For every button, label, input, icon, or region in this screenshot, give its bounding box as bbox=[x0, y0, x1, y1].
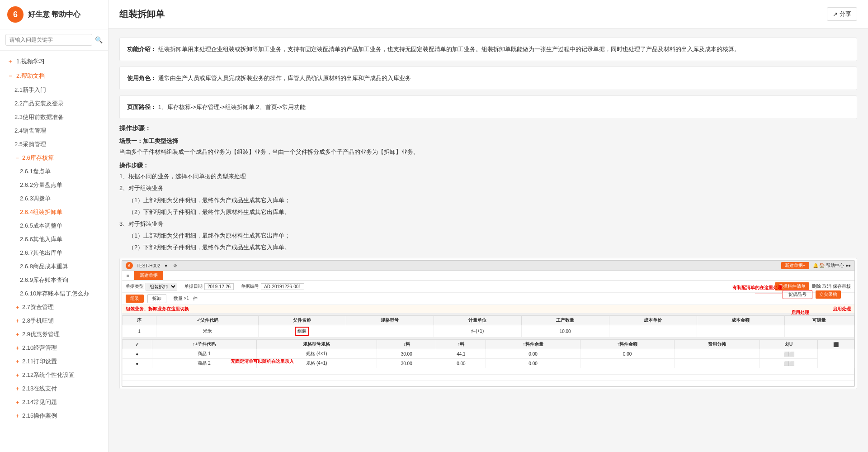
sidebar-item-label: 2.8手机旺铺 bbox=[22, 317, 54, 325]
step2-1: （1）上部明细为父件明细，最终作为产成品生成其它入库单； bbox=[128, 195, 857, 205]
ops-label: 操作步骤： bbox=[119, 124, 857, 133]
sidebar-item-stocktake[interactable]: 2.6.1盘点单 bbox=[0, 165, 108, 178]
sidebar-item-label: 2.帮助文档 bbox=[16, 72, 45, 80]
mock-enable-input: 货偶品号 bbox=[783, 290, 812, 299]
anno-switch: 组装业务、拆卸业务在这里切换 bbox=[126, 306, 189, 312]
mock-enable-btn[interactable]: 立实采购 bbox=[816, 290, 841, 299]
mock-lth-plan: ↑料件余量 bbox=[486, 340, 580, 349]
mock-td-1: 1 bbox=[123, 325, 156, 338]
mock-lr1c8 bbox=[675, 349, 760, 359]
sidebar-item-label: 1.视频学习 bbox=[16, 57, 45, 66]
sidebar-item-label: 2.2产品安装及登录 bbox=[14, 100, 64, 107]
sidebar-item-label: 2.6.3调拨单 bbox=[20, 195, 51, 202]
expand-icon-personalize: ＋ bbox=[14, 371, 20, 379]
sidebar-item-sales[interactable]: 2.4销售管理 bbox=[0, 124, 108, 138]
anno-bom: 有装配清单的在这里处理 bbox=[732, 285, 782, 291]
sidebar-item-coupon[interactable]: ＋ 2.9优惠券管理 bbox=[0, 328, 108, 341]
sidebar-item-label: 2.10经营管理 bbox=[22, 344, 57, 352]
sidebar-item-label: 2.14常见问题 bbox=[22, 398, 57, 406]
sidebar: 6 好生意 帮助中心 🔍 ＋ 1.视频学习 － 2.帮助文档 2.1新手入门 2… bbox=[0, 0, 108, 452]
sidebar-item-payment[interactable]: ＋ 2.13在线支付 bbox=[0, 382, 108, 395]
mock-lth-op: 划U bbox=[760, 340, 817, 349]
mock-lr2c4: 30.00 bbox=[377, 359, 436, 368]
sidebar-item-personalize[interactable]: ＋ 2.12系统个性化设置 bbox=[0, 368, 108, 382]
anno-enable-arrow: 启用处理 bbox=[791, 309, 809, 316]
sidebar-item-label: 2.6.5成本调整单 bbox=[20, 222, 62, 229]
mock-date-value: 2019-12-26 bbox=[204, 283, 234, 290]
step3-2: （2）下部明细为子件明细，最终作为产成品生成其它入库单。 bbox=[128, 243, 857, 252]
sidebar-item-dataprep[interactable]: 2.3使用前数据准备 bbox=[0, 110, 108, 124]
scene1-label: 场景一：加工类型选择 bbox=[119, 137, 857, 145]
sidebar-item-otherout[interactable]: 2.6.7其他出库单 bbox=[0, 246, 108, 260]
sidebar-item-finance[interactable]: ＋ 2.7资金管理 bbox=[0, 300, 108, 314]
sidebar-item-video[interactable]: ＋ 1.视频学习 bbox=[0, 54, 108, 69]
mock-td-3: 组装 bbox=[258, 325, 346, 338]
expand-icon-cases: ＋ bbox=[14, 412, 20, 420]
sidebar-item-inventory[interactable]: － 2.6库存核算 bbox=[0, 151, 108, 165]
steps-block: 操作步骤： 场景一：加工类型选择 当由多个子件材料组装成一个成品的业务为【组装】… bbox=[119, 124, 857, 252]
sidebar-item-print[interactable]: ＋ 2.11打印设置 bbox=[0, 355, 108, 368]
role-block: 使用角色： 通常由生产人员或库管人员完成拆装业务的操作，库管人员确认原材料的出库… bbox=[119, 67, 857, 90]
sidebar-item-mobile[interactable]: ＋ 2.8手机旺铺 bbox=[0, 314, 108, 328]
sidebar-item-assembly[interactable]: 2.6.4组装拆卸单 bbox=[0, 205, 108, 219]
mock-lr1c9: ⬜⬜ bbox=[760, 349, 817, 359]
sidebar-item-label: 2.5采购管理 bbox=[14, 141, 46, 147]
mock-lr1c3: 规格 (4×1) bbox=[256, 349, 377, 359]
sidebar-item-faq[interactable]: ＋ 2.14常见问题 bbox=[0, 395, 108, 409]
anno-no-bom: 无固定清单可以随机在这里录入 bbox=[231, 358, 294, 365]
mock-th-seq: 序 bbox=[123, 316, 156, 325]
mock-td-8 bbox=[697, 325, 784, 338]
sidebar-item-install[interactable]: 2.2产品安装及登录 bbox=[0, 97, 108, 110]
role-text: 通常由生产人员或库管人员完成拆装业务的操作，库管人员确认原材料的出库和产成品的入… bbox=[158, 75, 411, 81]
mock-lr1c5: 44.1 bbox=[436, 349, 486, 359]
sidebar-item-label: 2.6.4组装拆卸单 bbox=[20, 209, 62, 215]
func-intro-label: 功能介绍： bbox=[127, 46, 156, 52]
mock-doctype-select[interactable]: 组装拆卸 bbox=[146, 283, 177, 290]
mock-date-label: 单据日期 bbox=[184, 283, 203, 290]
search-input[interactable] bbox=[5, 34, 92, 46]
mock-doctype-label: 单据类型 bbox=[126, 283, 144, 290]
mock-disassemble-btn[interactable]: 拆卸 bbox=[147, 294, 166, 303]
sidebar-item-stockquery[interactable]: 2.6.9库存账本查询 bbox=[0, 273, 108, 287]
mock-lth-action: ⬛ bbox=[817, 340, 854, 349]
expand-icon-mobile: ＋ bbox=[14, 317, 20, 325]
sidebar-item-costadj[interactable]: 2.6.5成本调整单 bbox=[0, 219, 108, 233]
mock-lth-usable: 费用分摊 bbox=[675, 340, 760, 349]
sidebar-item-ops[interactable]: ＋ 2.10经营管理 bbox=[0, 341, 108, 355]
mock-th-sku: ✓父件代码 bbox=[156, 316, 259, 325]
expand-icon-faq: ＋ bbox=[14, 398, 20, 406]
logo-text: 好生意 帮助中心 bbox=[28, 10, 80, 19]
mock-th-qty: 计量单位 bbox=[434, 316, 521, 325]
sidebar-item-cases[interactable]: ＋ 2.15操作案例 bbox=[0, 409, 108, 423]
sidebar-item-partial[interactable]: 2.6.2分量盘点单 bbox=[0, 178, 108, 192]
search-button[interactable]: 🔍 bbox=[95, 36, 103, 43]
step1: 1、根据不同的业务，选择不同单据的类型来处理 bbox=[119, 171, 857, 181]
share-button[interactable]: ↗ 分享 bbox=[827, 7, 857, 21]
sidebar-item-label: 2.6.9库存账本查询 bbox=[20, 276, 68, 283]
search-area: 🔍 bbox=[0, 29, 108, 51]
mock-lr2c1: ● bbox=[123, 359, 152, 368]
screenshot-container: 6 TEST-H002 ▼ ⟳ 新建单据+ 🔔 🏠 帮助中心 ●● ≡ bbox=[119, 258, 857, 389]
expand-icon-ops: ＋ bbox=[14, 344, 20, 352]
role-label: 使用角色： bbox=[127, 75, 156, 81]
sidebar-item-label: 2.6.10库存账本错了怎么办 bbox=[20, 290, 89, 297]
collapse-sub-icon: － bbox=[14, 154, 20, 162]
mock-assemble-btn[interactable]: 组装 bbox=[126, 295, 144, 303]
sidebar-item-adjust[interactable]: 2.6.3调拨单 bbox=[0, 192, 108, 205]
logo-icon: 6 bbox=[7, 6, 24, 23]
mock-new-btn[interactable]: 新建单据+ bbox=[781, 262, 809, 269]
sidebar-item-otherin[interactable]: 2.6.6其他入库单 bbox=[0, 233, 108, 246]
expand-icon-finance: ＋ bbox=[14, 303, 20, 311]
mock-active-tab[interactable]: 新建单据 bbox=[134, 271, 163, 280]
sidebar-item-stockerror[interactable]: 2.6.10库存账本错了怎么办 bbox=[0, 287, 108, 300]
sidebar-item-costreset[interactable]: 2.6.8商品成本重算 bbox=[0, 260, 108, 273]
sidebar-item-label: 2.3使用前数据准备 bbox=[14, 114, 64, 120]
mock-lr1c7: 0.00 bbox=[580, 349, 674, 359]
sidebar-item-docs[interactable]: － 2.帮助文档 bbox=[0, 69, 108, 83]
scene1-desc: 当由多个子件材料组装成一个成品的业务为【组装】业务，当由一个父件拆分成多个子产品… bbox=[119, 147, 857, 157]
mock-lr1c2: 商品 1 bbox=[152, 349, 256, 359]
sidebar-item-purchase[interactable]: 2.5采购管理 bbox=[0, 138, 108, 151]
sidebar-item-newcomer[interactable]: 2.1新手入门 bbox=[0, 83, 108, 97]
mock-td-4 bbox=[346, 325, 434, 338]
expand-icon-payment: ＋ bbox=[14, 385, 20, 393]
